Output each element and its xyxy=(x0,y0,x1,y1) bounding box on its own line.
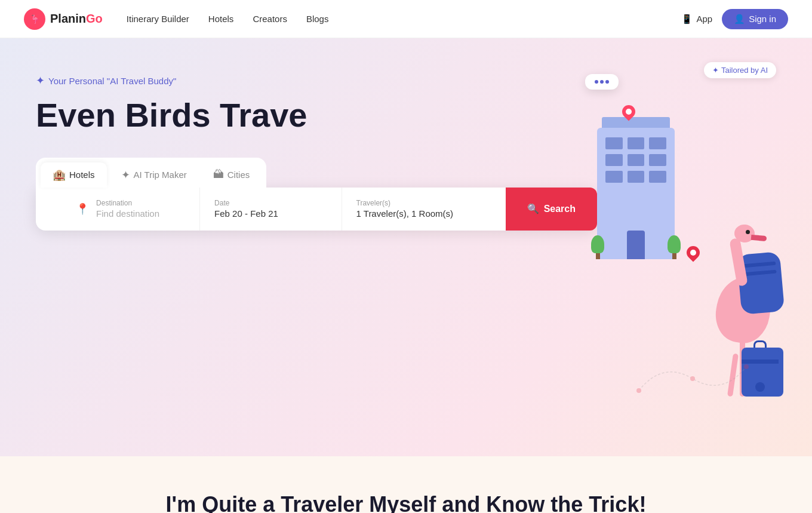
tab-ai-trip-maker[interactable]: ✦ AI Trip Maker xyxy=(109,162,199,188)
window xyxy=(628,171,645,183)
ai-badge: ✦ Your Personal "AI Travel Buddy" xyxy=(36,74,176,87)
main-nav: Itinerary Builder Hotels Creators Blogs xyxy=(127,14,329,24)
search-icon: 🔍 xyxy=(527,203,539,214)
ai-tab-icon: ✦ xyxy=(121,168,130,182)
dot-2 xyxy=(600,80,604,84)
flamingo-beak xyxy=(751,235,767,241)
flamingo-eye xyxy=(746,230,750,234)
cities-tab-icon: 🏔 xyxy=(213,168,224,181)
tab-cities[interactable]: 🏔 Cities xyxy=(201,162,262,188)
building-windows xyxy=(597,128,675,192)
travelers-field[interactable]: Traveler(s) 1 Traveler(s), 1 Room(s) xyxy=(342,188,506,231)
date-value: Feb 20 - Feb 21 xyxy=(214,208,327,219)
destination-field[interactable]: 📍 Destination Find destination xyxy=(36,188,200,231)
logo-icon: 🦩 xyxy=(24,8,45,30)
map-pin-container xyxy=(622,105,635,118)
map-path-svg xyxy=(633,349,752,397)
tree-trunk-left xyxy=(596,253,600,259)
window xyxy=(605,154,623,166)
svg-point-2 xyxy=(744,364,749,369)
search-pin-inner xyxy=(689,248,697,257)
svg-point-1 xyxy=(690,376,695,381)
nav-blogs[interactable]: Blogs xyxy=(306,14,329,24)
window xyxy=(649,137,666,149)
map-pin xyxy=(619,102,638,121)
destination-field-inner: Destination Find destination xyxy=(96,199,159,219)
dot-3 xyxy=(605,80,609,84)
window xyxy=(605,171,623,183)
dot-1 xyxy=(595,80,598,84)
search-tabs: 🏨 Hotels ✦ AI Trip Maker 🏔 Cities xyxy=(36,158,266,188)
window xyxy=(628,137,645,149)
search-pin-container xyxy=(687,246,700,259)
search-tabs-wrapper: 🏨 Hotels ✦ AI Trip Maker 🏔 Cities 📍 De xyxy=(36,158,454,231)
tab-hotels[interactable]: 🏨 Hotels xyxy=(41,162,107,188)
hero-illustration: ✦ Tailored by AI xyxy=(585,62,788,397)
window xyxy=(649,154,666,166)
map-pin-inner xyxy=(625,107,633,116)
chat-dots xyxy=(595,80,609,84)
chat-bubble xyxy=(585,74,619,90)
tree-top-left xyxy=(591,235,604,253)
hero-title: Even Birds Trave xyxy=(36,97,454,134)
date-label: Date xyxy=(214,199,327,207)
destination-placeholder: Find destination xyxy=(96,208,159,219)
nav-itinerary-builder[interactable]: Itinerary Builder xyxy=(127,14,189,24)
destination-label: Destination xyxy=(96,199,159,207)
header-right: 📱 App 👤 Sign in xyxy=(681,9,788,29)
ai-tag: ✦ Tailored by AI xyxy=(704,62,776,78)
hero-content: ✦ Your Personal "AI Travel Buddy" Even B… xyxy=(36,74,454,231)
window xyxy=(649,171,666,183)
search-button[interactable]: 🔍 Search xyxy=(506,188,597,231)
building-illustration xyxy=(591,104,681,259)
backpack-stripe-2 xyxy=(743,270,776,277)
window xyxy=(605,137,623,149)
svg-point-0 xyxy=(636,388,641,393)
travelers-label: Traveler(s) xyxy=(356,199,491,207)
sign-in-button[interactable]: 👤 Sign in xyxy=(722,9,788,29)
header-left: 🦩 PlaninGo Itinerary Builder Hotels Crea… xyxy=(24,8,328,30)
backpack-stripe-1 xyxy=(742,262,776,268)
search-bar: 📍 Destination Find destination Date Feb … xyxy=(36,188,597,231)
sparkle-icon: ✦ xyxy=(36,74,45,87)
star-icon: ✦ xyxy=(712,66,719,75)
date-field[interactable]: Date Feb 20 - Feb 21 xyxy=(200,188,342,231)
bottom-section: I'm Quite a Traveler Myself and Know the… xyxy=(0,456,812,513)
header: 🦩 PlaninGo Itinerary Builder Hotels Crea… xyxy=(0,0,812,38)
travelers-value: 1 Traveler(s), 1 Room(s) xyxy=(356,208,491,219)
user-icon: 👤 xyxy=(734,14,745,24)
travelers-field-inner: Traveler(s) 1 Traveler(s), 1 Room(s) xyxy=(356,199,491,219)
location-icon: 📍 xyxy=(76,202,89,216)
luggage-handle xyxy=(753,340,767,348)
building-roof xyxy=(602,117,670,128)
tree-left xyxy=(591,235,604,259)
luggage-lock xyxy=(755,382,765,392)
nav-hotels[interactable]: Hotels xyxy=(208,14,234,24)
app-button[interactable]: 📱 App xyxy=(681,14,712,24)
nav-creators[interactable]: Creators xyxy=(253,14,287,24)
logo[interactable]: 🦩 PlaninGo xyxy=(24,8,103,30)
logo-text: PlaninGo xyxy=(50,12,103,26)
bottom-title: I'm Quite a Traveler Myself and Know the… xyxy=(24,492,788,513)
hero-section: ✦ Your Personal "AI Travel Buddy" Even B… xyxy=(0,38,812,456)
building-door xyxy=(627,231,645,259)
window xyxy=(628,154,645,166)
search-pin xyxy=(684,243,702,262)
hotels-tab-icon: 🏨 xyxy=(53,168,66,182)
building-body xyxy=(597,128,675,259)
date-field-inner: Date Feb 20 - Feb 21 xyxy=(214,199,327,219)
mobile-icon: 📱 xyxy=(681,14,693,24)
